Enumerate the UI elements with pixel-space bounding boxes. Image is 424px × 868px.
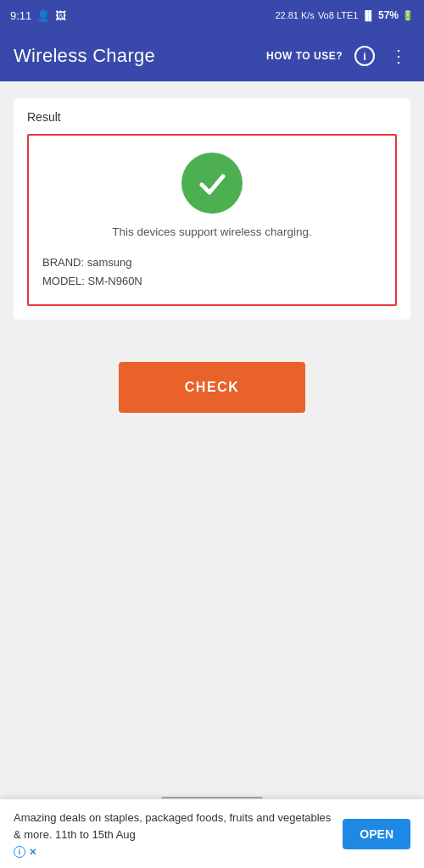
app-title: Wireless Charge bbox=[14, 45, 155, 67]
person-icon: 👤 bbox=[36, 9, 50, 22]
info-button[interactable]: i bbox=[354, 46, 375, 66]
battery-icon: 🔋 bbox=[402, 10, 414, 21]
status-bar: 9:11 👤 🖼 22.81 K/s Vo8 LTE1 ▐▌ 57% 🔋 bbox=[0, 0, 424, 31]
status-bar-left: 9:11 👤 🖼 bbox=[10, 9, 66, 22]
result-message: This devices support wireless charging. bbox=[112, 225, 312, 238]
check-button[interactable]: CHECK bbox=[119, 362, 305, 413]
time-display: 9:11 bbox=[10, 9, 31, 22]
ad-banner: Amazing deals on staples, packaged foods… bbox=[0, 798, 424, 868]
how-to-use-button[interactable]: HOW TO USE? bbox=[266, 50, 343, 62]
status-bar-right: 22.81 K/s Vo8 LTE1 ▐▌ 57% 🔋 bbox=[275, 9, 414, 21]
app-bar: Wireless Charge HOW TO USE? i ⋮ bbox=[0, 31, 424, 81]
main-content: Result This devices support wireless cha… bbox=[0, 81, 424, 800]
ad-text: Amazing deals on staples, packaged foods… bbox=[14, 810, 332, 843]
network-type: Vo8 LTE1 bbox=[318, 10, 359, 20]
check-button-container: CHECK bbox=[14, 362, 410, 413]
result-inner: This devices support wireless charging. … bbox=[27, 134, 397, 306]
image-icon: 🖼 bbox=[55, 9, 66, 22]
ad-close-icon[interactable]: ✕ bbox=[29, 847, 36, 858]
success-indicator bbox=[181, 153, 243, 214]
device-info: BRAND: samsung MODEL: SM-N960N bbox=[42, 253, 382, 291]
app-bar-actions: HOW TO USE? i ⋮ bbox=[266, 44, 410, 68]
ad-info-row: i ✕ bbox=[14, 846, 332, 858]
model-info: MODEL: SM-N960N bbox=[42, 272, 382, 291]
brand-info: BRAND: samsung bbox=[42, 253, 382, 272]
open-button[interactable]: OPEN bbox=[343, 819, 410, 849]
result-card: Result This devices support wireless cha… bbox=[14, 98, 410, 320]
ad-text-container: Amazing deals on staples, packaged foods… bbox=[14, 810, 343, 858]
signal-icon: ▐▌ bbox=[361, 10, 375, 20]
more-menu-button[interactable]: ⋮ bbox=[387, 44, 410, 68]
battery-level: 57% bbox=[378, 9, 399, 21]
ad-info-icon[interactable]: i bbox=[14, 846, 25, 858]
result-label: Result bbox=[27, 110, 397, 124]
checkmark-icon bbox=[195, 166, 229, 200]
network-speed: 22.81 K/s bbox=[275, 10, 314, 20]
